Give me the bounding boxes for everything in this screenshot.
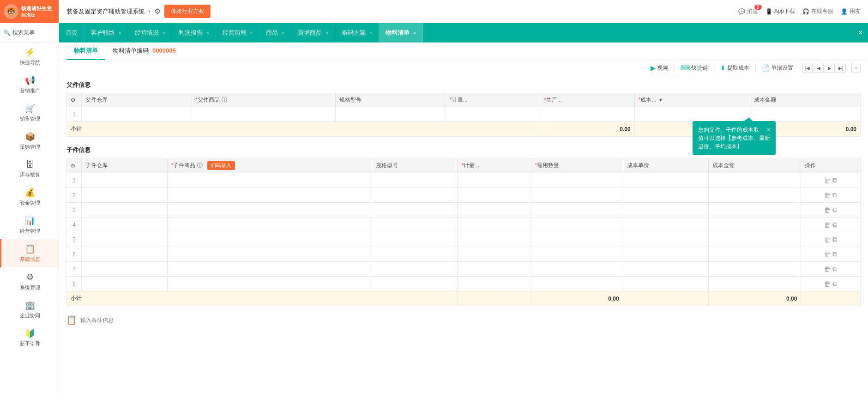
child-cell-unit-6[interactable] <box>458 247 531 262</box>
nav-prev-btn[interactable]: ◀ <box>814 63 824 73</box>
sidebar-item-finance[interactable]: 💰 资金管理 <box>0 183 59 211</box>
grid-view-btn[interactable]: ≡ <box>851 63 861 73</box>
sidebar-item-marketing[interactable]: 📢 营销推广 <box>0 71 59 99</box>
scan-btn[interactable]: 扫码录入 <box>207 161 235 170</box>
child-cell-unit-7[interactable] <box>458 262 531 277</box>
tab-product[interactable]: 商品 × <box>259 23 291 42</box>
child-cell-unit-8[interactable] <box>458 277 531 291</box>
child-cell-unit-2[interactable] <box>458 188 531 203</box>
sidebar-item-basic-info[interactable]: 📋 基础信息 <box>0 239 59 267</box>
copy-row-btn-8[interactable]: ⧉ <box>832 280 837 288</box>
child-cell-qty-2[interactable] <box>531 188 623 203</box>
child-cell-spec-5[interactable] <box>372 232 458 247</box>
child-cell-product-4[interactable] <box>167 218 372 232</box>
tab-product-close[interactable]: × <box>282 30 284 36</box>
copy-row-btn-6[interactable]: ⧉ <box>832 250 837 258</box>
tab-profit-report[interactable]: 利润报告 × <box>172 23 216 42</box>
trial-button[interactable]: 体验行业方案 <box>164 5 211 18</box>
sidebar-item-quick-nav[interactable]: ⚡ 快捷导航 <box>0 42 59 71</box>
child-cell-unit-1[interactable] <box>458 173 531 188</box>
child-cell-spec-7[interactable] <box>372 262 458 277</box>
child-cell-warehouse-4[interactable] <box>82 218 168 232</box>
child-cell-qty-6[interactable] <box>531 247 623 262</box>
child-cell-warehouse-7[interactable] <box>82 262 168 277</box>
copy-row-btn-7[interactable]: ⧉ <box>832 265 837 273</box>
delete-row-btn-2[interactable]: 🗑 <box>824 191 831 199</box>
tab-barcode[interactable]: 条码方案 × <box>335 23 379 42</box>
child-cell-spec-8[interactable] <box>372 277 458 291</box>
delete-row-btn-3[interactable]: 🗑 <box>824 206 831 214</box>
sub-tab-bom-list[interactable]: 物料清单 <box>66 42 105 60</box>
parent-cell-spec-1[interactable] <box>336 107 446 122</box>
message-btn[interactable]: 💬 消息 6 <box>738 7 758 15</box>
child-cell-warehouse-6[interactable] <box>82 247 168 262</box>
sidebar-item-guide[interactable]: 🔰 新手引导 <box>0 324 59 352</box>
sidebar-item-system[interactable]: ⚙ 系统管理 <box>0 267 59 296</box>
child-cell-product-3[interactable] <box>167 203 372 218</box>
tab-customer[interactable]: 客户联络 × <box>84 23 128 42</box>
copy-row-btn-2[interactable]: ⧉ <box>832 191 837 199</box>
tab-barcode-close[interactable]: × <box>369 30 372 36</box>
child-cell-unit-cost-7[interactable] <box>623 262 709 277</box>
tab-operation-status[interactable]: 经营情况 × <box>128 23 172 42</box>
delete-row-btn-6[interactable]: 🗑 <box>824 250 831 258</box>
child-cell-spec-1[interactable] <box>372 173 458 188</box>
child-cell-spec-4[interactable] <box>372 218 458 232</box>
copy-row-btn-4[interactable]: ⧉ <box>832 221 837 229</box>
parent-cell-product-1[interactable] <box>192 107 336 122</box>
child-cell-product-6[interactable] <box>167 247 372 262</box>
child-cell-unit-cost-8[interactable] <box>623 277 709 291</box>
tab-operation-history-close[interactable]: × <box>250 30 253 36</box>
child-cell-spec-6[interactable] <box>372 247 458 262</box>
child-cell-product-7[interactable] <box>167 262 372 277</box>
sub-tab-bom-code[interactable]: 物料清单编码 0000005 <box>105 42 183 60</box>
tab-bom-close[interactable]: × <box>413 30 416 36</box>
child-cell-qty-8[interactable] <box>531 277 623 291</box>
tab-operation-history[interactable]: 经营历程 × <box>216 23 260 42</box>
child-cell-warehouse-3[interactable] <box>82 203 168 218</box>
child-cell-qty-5[interactable] <box>531 232 623 247</box>
child-cell-product-1[interactable] <box>167 173 372 188</box>
extract-cost-btn[interactable]: ⬇ 提取成本 <box>720 64 749 72</box>
online-service-btn[interactable]: 🎧 在线客服 <box>802 7 833 15</box>
search-menu-button[interactable]: 🔍 搜索菜单 <box>4 27 55 38</box>
tab-new-product-close[interactable]: × <box>326 30 328 36</box>
shortcut-btn[interactable]: ⌨ 快捷键 <box>681 64 708 72</box>
tab-profit-report-close[interactable]: × <box>206 30 209 36</box>
child-cell-product-5[interactable] <box>167 232 372 247</box>
child-cell-unit-cost-6[interactable] <box>623 247 709 262</box>
delete-row-btn-5[interactable]: 🗑 <box>824 236 831 243</box>
sidebar-item-sales[interactable]: 🛒 销售管理 <box>0 99 59 127</box>
close-all-tabs[interactable]: × <box>853 29 868 37</box>
child-cell-qty-7[interactable] <box>531 262 623 277</box>
child-cell-product-8[interactable] <box>167 277 372 291</box>
remark-input[interactable] <box>80 317 861 323</box>
child-cell-spec-3[interactable] <box>372 203 458 218</box>
child-cell-warehouse-2[interactable] <box>82 188 168 203</box>
single-setting-btn[interactable]: 📄 单据设置 <box>762 64 793 72</box>
sidebar-item-operation[interactable]: 📊 经营管理 <box>0 211 59 239</box>
child-cell-unit-cost-5[interactable] <box>623 232 709 247</box>
tab-operation-status-close[interactable]: × <box>163 30 165 36</box>
child-cell-product-2[interactable] <box>167 188 372 203</box>
child-cell-unit-cost-2[interactable] <box>623 188 709 203</box>
delete-row-btn-7[interactable]: 🗑 <box>824 265 831 273</box>
child-cell-unit-cost-1[interactable] <box>623 173 709 188</box>
tooltip-close-btn[interactable]: × <box>767 126 770 134</box>
child-cell-unit-cost-3[interactable] <box>623 203 709 218</box>
delete-row-btn-1[interactable]: 🗑 <box>824 176 831 184</box>
tab-customer-close[interactable]: × <box>119 30 121 36</box>
delete-row-btn-4[interactable]: 🗑 <box>824 221 831 229</box>
delete-row-btn-8[interactable]: 🗑 <box>824 280 831 288</box>
parent-col-settings[interactable]: ⚙ <box>67 93 82 107</box>
parent-cell-production-1[interactable] <box>540 107 634 122</box>
child-cell-qty-3[interactable] <box>531 203 623 218</box>
child-cell-unit-5[interactable] <box>458 232 531 247</box>
child-cell-spec-2[interactable] <box>372 188 458 203</box>
child-cell-unit-cost-4[interactable] <box>623 218 709 232</box>
app-download-btn[interactable]: 📱 App下载 <box>766 7 795 15</box>
nav-next-btn[interactable]: ▶ <box>825 63 835 73</box>
child-cell-unit-4[interactable] <box>458 218 531 232</box>
nav-last-btn[interactable]: ▶| <box>836 63 846 73</box>
parent-cell-cost-1[interactable] <box>634 107 750 122</box>
